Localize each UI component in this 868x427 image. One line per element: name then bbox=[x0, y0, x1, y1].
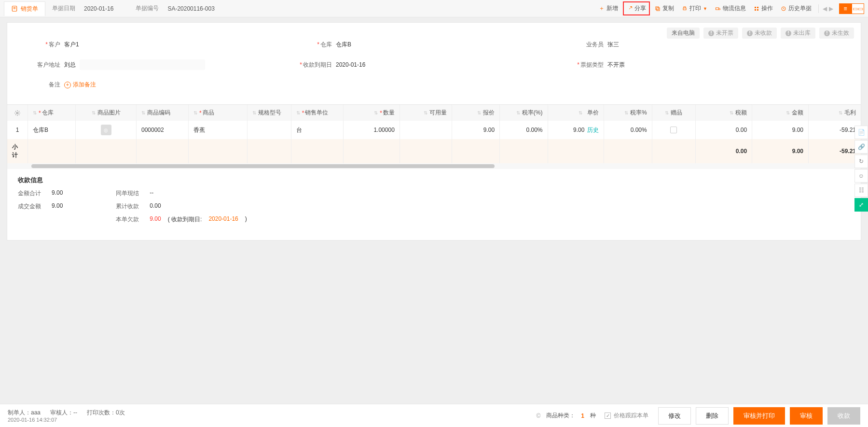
copy-button[interactable]: 复制 bbox=[652, 2, 677, 14]
delete-button[interactable]: 删除 bbox=[696, 407, 729, 425]
svg-rect-5 bbox=[683, 8, 686, 10]
source-badge: 来自电脑 bbox=[667, 28, 700, 39]
doc-code-label: 单据编号 bbox=[136, 4, 159, 13]
salesman-label: 业务员 bbox=[586, 41, 604, 48]
print-icon bbox=[682, 6, 688, 12]
gear-button[interactable] bbox=[7, 105, 28, 121]
price-follow-checkbox[interactable]: ✓ 价格跟踪本单 bbox=[605, 412, 648, 420]
rail-chart-icon[interactable]: ☷ bbox=[854, 184, 868, 197]
addr-redacted bbox=[80, 59, 205, 70]
history-icon bbox=[781, 6, 786, 12]
print-button[interactable]: 打印 ▼ bbox=[679, 2, 710, 14]
tab-title: 销货单 bbox=[21, 5, 38, 13]
audit-button[interactable]: 审核 bbox=[790, 407, 823, 425]
view-list-button[interactable]: ≡ bbox=[839, 3, 852, 14]
warehouse-value: 仓库B bbox=[336, 41, 351, 49]
rail-refresh-icon[interactable]: ↻ bbox=[854, 155, 868, 168]
svg-rect-11 bbox=[757, 9, 758, 11]
salesman-value: 张三 bbox=[607, 41, 619, 49]
addr-value: 刘总 bbox=[64, 61, 76, 69]
customer-value: 客户1 bbox=[64, 41, 79, 49]
add-remark-button[interactable]: +添加备注 bbox=[64, 81, 96, 89]
receive-button[interactable]: 收款 bbox=[827, 407, 860, 425]
history-button[interactable]: 历史单据 bbox=[778, 2, 814, 14]
remark-label: 备注 bbox=[49, 81, 60, 88]
doc-date-label: 单据日期 bbox=[52, 4, 75, 13]
addr-label: 客户地址 bbox=[37, 61, 60, 68]
doc-code-value: SA-20200116-003 bbox=[167, 5, 214, 12]
gift-checkbox[interactable] bbox=[670, 127, 677, 133]
uninvoiced-badge: !未开票 bbox=[703, 28, 738, 39]
rail-user-icon[interactable]: ☺ bbox=[854, 169, 868, 183]
svg-rect-4 bbox=[656, 7, 659, 10]
paydate-label: 收款到期日 bbox=[303, 61, 332, 68]
rail-note-icon[interactable]: 📄 bbox=[854, 126, 868, 139]
copy-icon bbox=[655, 6, 661, 12]
chevron-down-icon: ▼ bbox=[703, 6, 707, 11]
svg-rect-6 bbox=[684, 7, 686, 8]
svg-rect-10 bbox=[755, 9, 756, 11]
tab-sales-order[interactable]: 销货单 bbox=[4, 1, 45, 16]
image-placeholder-icon: ◎ bbox=[101, 125, 111, 135]
edit-button[interactable]: 修改 bbox=[658, 407, 691, 425]
invoicetype-label: 票据类型 bbox=[580, 61, 604, 68]
rail-expand-icon[interactable]: ⤢ bbox=[854, 198, 868, 212]
prev-button[interactable]: ◀ bbox=[823, 5, 827, 12]
history-link[interactable]: 历史 bbox=[587, 126, 599, 134]
footer-timestamp: 2020-01-16 14:32:07 bbox=[8, 417, 125, 423]
invoicetype-value: 不开票 bbox=[607, 61, 625, 69]
operate-button[interactable]: 操作 bbox=[751, 2, 776, 14]
doc-date-value: 2020-01-16 bbox=[84, 5, 113, 12]
uneffective-badge: !未生效 bbox=[819, 28, 854, 39]
subtotal-row: 小计 0.00 9.00 -59.21 bbox=[7, 139, 861, 163]
share-button[interactable]: 分享 bbox=[623, 1, 650, 15]
new-button[interactable]: ＋新增 bbox=[596, 2, 621, 14]
horizontal-scrollbar[interactable] bbox=[7, 163, 861, 169]
table-row[interactable]: 1 仓库B ◎ 0000002 香蕉 台 1.00000 9.00 0.00% … bbox=[7, 121, 861, 139]
warehouse-label: 仓库 bbox=[320, 41, 332, 48]
payinfo-title: 收款信息 bbox=[18, 176, 850, 185]
gear-icon bbox=[14, 110, 21, 116]
svg-rect-8 bbox=[755, 7, 756, 8]
rail-attach-icon[interactable]: 🔗 bbox=[854, 140, 868, 154]
truck-icon bbox=[715, 6, 721, 12]
customer-label: 客户 bbox=[49, 41, 60, 48]
svg-rect-9 bbox=[757, 7, 758, 8]
order-icon bbox=[11, 5, 18, 12]
unpaid-badge: !未收款 bbox=[742, 28, 777, 39]
svg-rect-7 bbox=[716, 8, 719, 10]
next-button[interactable]: ▶ bbox=[829, 5, 833, 12]
view-card-button[interactable]: ▭▭ bbox=[852, 3, 864, 14]
paydate-value: 2020-01-16 bbox=[336, 61, 365, 68]
unshipped-badge: !未出库 bbox=[781, 28, 815, 39]
copyright-icon: © bbox=[536, 413, 540, 419]
audit-print-button[interactable]: 审核并打印 bbox=[733, 407, 785, 425]
svg-point-13 bbox=[16, 112, 18, 114]
grid-icon bbox=[754, 6, 759, 12]
logistics-button[interactable]: 物流信息 bbox=[712, 2, 749, 14]
share-icon bbox=[627, 6, 633, 12]
svg-rect-3 bbox=[657, 8, 660, 11]
